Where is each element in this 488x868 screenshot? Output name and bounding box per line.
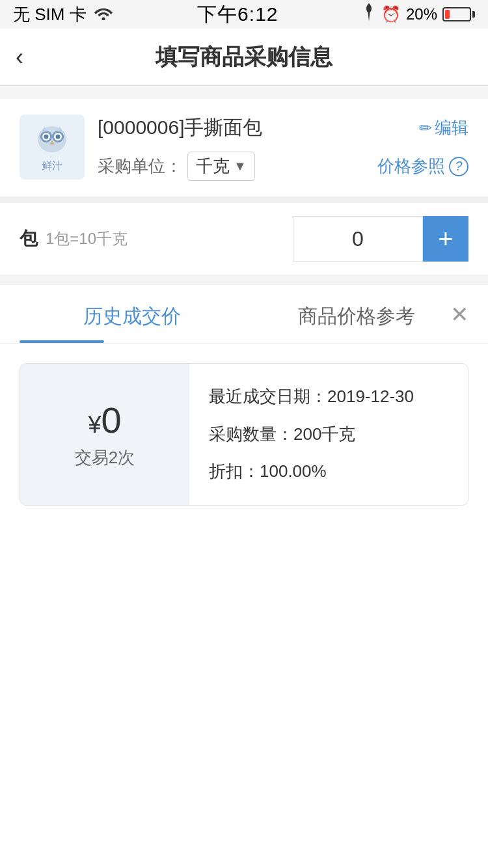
wifi-icon [93, 5, 114, 25]
product-header: 鲜汁 [0000006]手撕面包 ✏ 编辑 采购单位： 千克 ▼ [20, 115, 468, 181]
edit-label: 编辑 [435, 116, 468, 139]
recent-date-value: 2019-12-30 [327, 387, 414, 406]
tab-active-underline [20, 340, 104, 343]
product-logo-icon [33, 121, 72, 159]
quantity-plus-button[interactable]: + [423, 216, 468, 262]
price-discount: 折扣：100.00% [209, 458, 448, 485]
tab-product-price-ref[interactable]: 商品价格参考 [244, 285, 468, 343]
edit-icon: ✏ [419, 119, 432, 137]
price-ref-label: 价格参照 [377, 155, 445, 178]
svg-point-0 [102, 17, 105, 20]
price-ref-button[interactable]: 价格参照 ? [377, 155, 468, 178]
product-name: [0000006]手撕面包 [98, 115, 262, 141]
price-panel-close-button[interactable]: ✕ [450, 301, 468, 327]
location-icon [362, 3, 376, 25]
price-ref-info-icon: ? [449, 157, 468, 176]
price-amount: 0 [101, 400, 121, 441]
unit-value: 千克 [196, 155, 230, 178]
discount-value: 100.00% [260, 461, 327, 481]
quantity-value: 200千克 [293, 424, 355, 444]
price-quantity: 采购数量：200千克 [209, 421, 448, 448]
price-panel-tabs: 历史成交价 商品价格参考 ✕ [0, 285, 488, 344]
quantity-unit-box: 包 [20, 226, 38, 251]
status-time: 下午6:12 [197, 1, 278, 28]
unit-arrow-icon: ▼ [234, 159, 247, 174]
product-unit-row: 采购单位： 千克 ▼ 价格参照 ? [98, 152, 468, 181]
quantity-conversion: 1包=10千克 [46, 228, 128, 249]
price-card-left: ¥0 交易2次 [20, 364, 189, 505]
product-info: [0000006]手撕面包 ✏ 编辑 采购单位： 千克 ▼ 价格参照 ? [98, 115, 468, 181]
nav-bar: ‹ 填写商品采购信息 [0, 29, 488, 86]
price-panel: 历史成交价 商品价格参考 ✕ ¥0 交易2次 最近成交日期：2019-12-30… [0, 285, 488, 525]
price-card: ¥0 交易2次 最近成交日期：2019-12-30 采购数量：200千克 折扣：… [20, 363, 468, 506]
bottom-content-area [0, 525, 488, 868]
price-value: ¥0 [88, 399, 121, 441]
status-carrier: 无 SIM 卡 [13, 3, 114, 26]
status-indicators: ⏰ 20% [362, 3, 475, 25]
edit-button[interactable]: ✏ 编辑 [419, 116, 468, 139]
section-divider [0, 197, 488, 203]
svg-point-6 [44, 135, 49, 139]
page-title: 填写商品采购信息 [156, 42, 332, 72]
quantity-label: 采购数量： [209, 424, 293, 444]
alarm-icon: ⏰ [381, 5, 401, 23]
svg-point-7 [56, 135, 61, 139]
product-card: 鲜汁 [0000006]手撕面包 ✏ 编辑 采购单位： 千克 ▼ [0, 99, 488, 197]
quantity-unit-info: 包 1包=10千克 [20, 226, 128, 251]
tab-history-price[interactable]: 历史成交价 [20, 285, 244, 343]
back-button[interactable]: ‹ [16, 44, 23, 71]
product-image: 鲜汁 [20, 115, 85, 180]
quantity-input[interactable]: 0 [293, 216, 423, 262]
quantity-section: 包 1包=10千克 0 + [0, 203, 488, 275]
discount-label: 折扣： [209, 461, 260, 481]
price-card-right: 最近成交日期：2019-12-30 采购数量：200千克 折扣：100.00% [189, 364, 468, 505]
battery-icon [442, 7, 475, 21]
recent-date-label: 最近成交日期： [209, 387, 327, 406]
price-transactions: 交易2次 [75, 446, 135, 469]
unit-label: 采购单位： [98, 155, 182, 178]
unit-select-dropdown[interactable]: 千克 ▼ [187, 152, 255, 181]
quantity-stepper: 0 + [293, 216, 468, 262]
price-content: ¥0 交易2次 最近成交日期：2019-12-30 采购数量：200千克 折扣：… [0, 344, 488, 525]
price-recent-date: 最近成交日期：2019-12-30 [209, 383, 448, 411]
price-currency: ¥ [88, 411, 101, 438]
status-bar: 无 SIM 卡 下午6:12 ⏰ 20% [0, 0, 488, 29]
product-logo-text: 鲜汁 [42, 159, 62, 173]
carrier-text: 无 SIM 卡 [13, 3, 87, 26]
product-name-row: [0000006]手撕面包 ✏ 编辑 [98, 115, 468, 141]
battery-percent: 20% [406, 5, 437, 23]
